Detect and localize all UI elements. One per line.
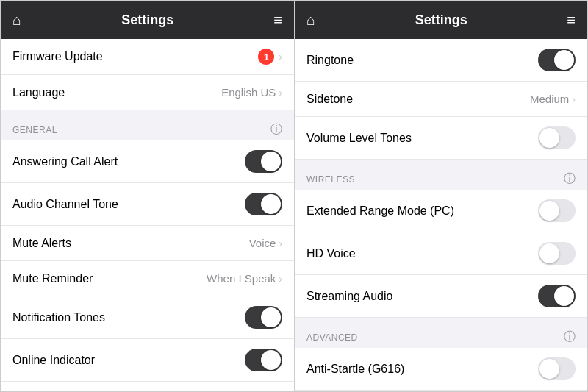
mute-reminder-row[interactable]: Mute Reminder When I Speak ›	[1, 261, 294, 296]
extended-range-mode-row[interactable]: Extended Range Mode (PC)	[295, 190, 587, 232]
mute-alerts-row[interactable]: Mute Alerts Voice ›	[1, 226, 294, 261]
mute-reminder-chevron: ›	[279, 273, 282, 285]
audio-channel-tone-row[interactable]: Audio Channel Tone	[1, 183, 294, 226]
screens-wrapper: ⌂ Settings ≡ Firmware Update 1 › Languag…	[0, 0, 588, 392]
general-info-icon[interactable]: ⓘ	[270, 122, 282, 138]
right-header: ⌂ Settings ≡	[295, 1, 587, 39]
left-menu-icon[interactable]: ≡	[273, 12, 282, 29]
language-label: Language	[12, 86, 65, 99]
audio-channel-tone-toggle[interactable]	[245, 193, 282, 215]
streaming-audio-label: Streaming Audio	[306, 290, 392, 303]
online-indicator-toggle[interactable]	[245, 349, 282, 371]
sidetone-label: Sidetone	[306, 93, 353, 106]
second-incoming-call-row[interactable]: Second Incoming Call Ring once ›	[1, 382, 294, 391]
general-section-header: GENERAL ⓘ	[1, 116, 294, 140]
right-header-title: Settings	[415, 13, 467, 28]
notification-tones-toggle[interactable]	[245, 306, 282, 329]
mute-reminder-value: When I Speak ›	[207, 272, 282, 285]
mute-reminder-label: Mute Reminder	[12, 272, 93, 285]
wireless-label: WIRELESS	[306, 174, 355, 185]
streaming-audio-row[interactable]: Streaming Audio	[295, 275, 587, 318]
sidetone-value: Medium ›	[530, 93, 576, 105]
streaming-audio-toggle[interactable]	[538, 285, 576, 307]
online-indicator-label: Online Indicator	[12, 354, 95, 367]
wireless-section-header: WIRELESS ⓘ	[295, 165, 587, 190]
volume-level-tones-toggle[interactable]	[538, 126, 576, 149]
ringtone-row[interactable]: Ringtone	[295, 39, 587, 82]
notification-tones-row[interactable]: Notification Tones	[1, 296, 294, 339]
hd-voice-label: HD Voice	[306, 247, 356, 260]
language-row[interactable]: Language English US ›	[1, 75, 294, 110]
advanced-label: ADVANCED	[306, 332, 358, 343]
firmware-badge: 1	[258, 49, 274, 65]
hd-voice-row[interactable]: HD Voice	[295, 232, 587, 275]
ringtone-label: Ringtone	[306, 54, 354, 67]
left-content: Firmware Update 1 › Language English US …	[1, 39, 294, 391]
left-header-title: Settings	[121, 13, 173, 28]
sidetone-chevron: ›	[572, 93, 576, 105]
language-value: English US ›	[221, 86, 282, 99]
left-home-icon[interactable]: ⌂	[12, 12, 21, 29]
firmware-chevron: ›	[279, 51, 282, 63]
answering-call-alert-row[interactable]: Answering Call Alert	[1, 140, 294, 183]
notification-tones-label: Notification Tones	[12, 311, 105, 324]
right-home-icon[interactable]: ⌂	[306, 12, 315, 29]
mute-alerts-value: Voice ›	[249, 237, 282, 249]
anti-startle-label: Anti-Startle (G616)	[306, 363, 404, 376]
firmware-update-label: Firmware Update	[12, 50, 103, 63]
extended-range-mode-label: Extended Range Mode (PC)	[306, 204, 454, 218]
anti-startle-row[interactable]: Anti-Startle (G616)	[295, 348, 587, 391]
volume-level-tones-label: Volume Level Tones	[306, 132, 412, 145]
hd-voice-toggle[interactable]	[538, 242, 576, 265]
right-screen: ⌂ Settings ≡ Ringtone Sidetone Medium ›	[294, 0, 588, 392]
extended-range-mode-toggle[interactable]	[538, 199, 576, 222]
answering-call-alert-toggle[interactable]	[245, 150, 282, 173]
sidetone-row[interactable]: Sidetone Medium ›	[295, 82, 587, 117]
audio-channel-tone-label: Audio Channel Tone	[12, 198, 118, 211]
left-header: ⌂ Settings ≡	[1, 1, 294, 39]
answering-call-alert-label: Answering Call Alert	[12, 155, 118, 168]
right-menu-icon[interactable]: ≡	[567, 12, 576, 29]
general-label: GENERAL	[12, 125, 57, 135]
right-content: Ringtone Sidetone Medium › Volume Level …	[295, 39, 587, 391]
wireless-info-icon[interactable]: ⓘ	[564, 171, 576, 187]
language-chevron: ›	[279, 87, 282, 99]
mute-alerts-chevron: ›	[279, 238, 282, 249]
online-indicator-row[interactable]: Online Indicator	[1, 339, 294, 382]
spacer-1	[1, 110, 294, 116]
ringtone-toggle[interactable]	[538, 49, 576, 71]
anti-startle-toggle[interactable]	[538, 357, 576, 380]
noise-exposure-row[interactable]: Noise Exposure Not Limited ›	[295, 391, 587, 391]
spacer-2	[295, 160, 587, 165]
volume-level-tones-row[interactable]: Volume Level Tones	[295, 117, 587, 160]
advanced-info-icon[interactable]: ⓘ	[564, 329, 576, 345]
spacer-3	[295, 318, 587, 324]
firmware-update-row[interactable]: Firmware Update 1 ›	[1, 39, 294, 75]
advanced-section-header: ADVANCED ⓘ	[295, 324, 587, 348]
left-screen: ⌂ Settings ≡ Firmware Update 1 › Languag…	[0, 0, 294, 392]
mute-alerts-label: Mute Alerts	[12, 237, 71, 250]
